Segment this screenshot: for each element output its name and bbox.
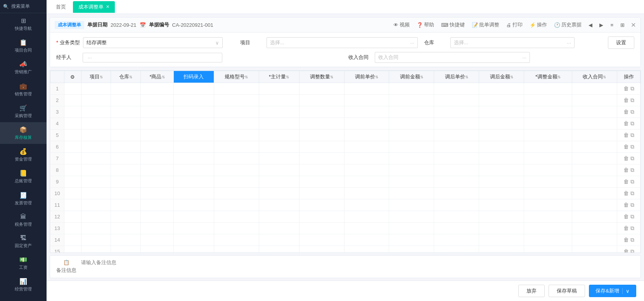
cell-adj-qty-11[interactable] (299, 199, 344, 211)
save-new-btn[interactable]: 保存&新增 ∨ (589, 285, 636, 297)
close-form-btn[interactable]: ✕ (631, 21, 636, 29)
col-gear[interactable]: ⚙ (64, 71, 81, 83)
cell-spec-type-9[interactable] (214, 176, 259, 188)
copy-icon-13[interactable]: ⧉ (630, 225, 634, 232)
cell-scan-input-9[interactable] (173, 176, 214, 188)
cell-scan-input-15[interactable] (173, 246, 214, 253)
cell-prev-amount-1[interactable] (389, 83, 434, 95)
delete-icon-6[interactable]: 🗑 (623, 144, 629, 150)
cell-prev-unit-price-12[interactable] (344, 211, 389, 223)
cell-adj-qty-10[interactable] (299, 188, 344, 199)
cell-prev-unit-price-2[interactable] (344, 95, 389, 106)
cell-gear-6[interactable] (64, 141, 81, 153)
handler-input[interactable]: ··· (83, 53, 222, 62)
cell-gear-4[interactable] (64, 118, 81, 130)
cell-gear-7[interactable] (64, 153, 81, 164)
cell-adj-amount-7[interactable] (524, 153, 572, 164)
cell-income-contract-3[interactable] (572, 106, 617, 118)
delete-icon-10[interactable]: 🗑 (623, 190, 629, 197)
cell-prev-unit-price-8[interactable] (344, 164, 389, 176)
cell-after-amount-1[interactable] (479, 83, 524, 95)
delete-icon-13[interactable]: 🗑 (623, 225, 629, 232)
cell-gear-11[interactable] (64, 199, 81, 211)
cell-warehouse-6[interactable] (111, 141, 141, 153)
business-type-input[interactable]: 结存调整 ∨ (83, 37, 223, 48)
col-actions[interactable]: 操作 (617, 71, 641, 83)
cell-income-contract-8[interactable] (572, 164, 617, 176)
tab-1[interactable]: 成本调整单✕ (73, 1, 115, 13)
cell-product-12[interactable] (141, 211, 173, 223)
sidebar-item-fund-mgmt[interactable]: 💰资金管理 (0, 144, 47, 166)
cell-adj-qty-4[interactable] (299, 118, 344, 130)
cell-adj-qty-5[interactable] (299, 130, 344, 141)
sidebar-item-payroll[interactable]: 💵工资 (0, 252, 47, 274)
col-scan-input[interactable]: 扫码录入 (173, 71, 214, 83)
cell-prev-unit-price-6[interactable] (344, 141, 389, 153)
cell-unit-15[interactable] (259, 246, 299, 253)
cell-spec-type-15[interactable] (214, 246, 259, 253)
cell-unit-3[interactable] (259, 106, 299, 118)
notes-input[interactable] (81, 259, 634, 265)
cell-project-2[interactable] (81, 95, 111, 106)
cell-spec-type-3[interactable] (214, 106, 259, 118)
delete-icon-8[interactable]: 🗑 (623, 167, 629, 173)
cell-adj-qty-14[interactable] (299, 234, 344, 246)
cell-spec-type-14[interactable] (214, 234, 259, 246)
sidebar-item-ops-mgmt[interactable]: 📊经营管理 (0, 274, 47, 296)
cell-after-unit-price-1[interactable] (434, 83, 479, 95)
cell-adj-qty-13[interactable] (299, 223, 344, 234)
cell-prev-amount-4[interactable] (389, 118, 434, 130)
sort-icon-spec-type[interactable]: ⇅ (245, 75, 248, 79)
cell-after-unit-price-14[interactable] (434, 234, 479, 246)
cell-product-2[interactable] (141, 95, 173, 106)
cell-adj-amount-12[interactable] (524, 211, 572, 223)
cell-after-unit-price-11[interactable] (434, 199, 479, 211)
cell-income-contract-14[interactable] (572, 234, 617, 246)
cell-scan-input-8[interactable] (173, 164, 214, 176)
cell-unit-4[interactable] (259, 118, 299, 130)
delete-icon-14[interactable]: 🗑 (623, 237, 629, 243)
cell-scan-input-7[interactable] (173, 153, 214, 164)
cell-product-9[interactable] (141, 176, 173, 188)
cell-product-4[interactable] (141, 118, 173, 130)
cell-prev-amount-14[interactable] (389, 234, 434, 246)
cell-project-4[interactable] (81, 118, 111, 130)
sort-icon-prev-unit-price[interactable]: ⇅ (375, 75, 378, 79)
cell-adj-amount-8[interactable] (524, 164, 572, 176)
cell-unit-9[interactable] (259, 176, 299, 188)
cell-after-amount-8[interactable] (479, 164, 524, 176)
cell-warehouse-14[interactable] (111, 234, 141, 246)
sidebar-item-fixed-assets[interactable]: 🏗固定资产 (0, 231, 47, 252)
cell-unit-1[interactable] (259, 83, 299, 95)
cell-unit-7[interactable] (259, 153, 299, 164)
cell-warehouse-2[interactable] (111, 95, 141, 106)
cell-project-15[interactable] (81, 246, 111, 253)
cell-adj-amount-15[interactable] (524, 246, 572, 253)
help-btn[interactable]: ❓帮助 (414, 21, 436, 29)
cell-adj-amount-9[interactable] (524, 176, 572, 188)
copy-icon-4[interactable]: ⧉ (630, 120, 634, 127)
cell-warehouse-13[interactable] (111, 223, 141, 234)
cell-income-contract-12[interactable] (572, 211, 617, 223)
sort-icon-adj-amount[interactable]: ⇅ (557, 75, 561, 79)
shortcuts-btn[interactable]: ⌨快捷键 (439, 21, 467, 29)
batch-edit-btn[interactable]: 📝批单调整 (469, 21, 502, 29)
cell-scan-input-2[interactable] (173, 95, 214, 106)
cell-adj-qty-7[interactable] (299, 153, 344, 164)
cell-after-unit-price-3[interactable] (434, 106, 479, 118)
cell-project-9[interactable] (81, 176, 111, 188)
copy-icon-7[interactable]: ⧉ (630, 155, 634, 162)
cell-warehouse-1[interactable] (111, 83, 141, 95)
cell-warehouse-11[interactable] (111, 199, 141, 211)
cell-adj-qty-3[interactable] (299, 106, 344, 118)
cell-product-14[interactable] (141, 234, 173, 246)
cell-prev-unit-price-15[interactable] (344, 246, 389, 253)
cell-adj-amount-2[interactable] (524, 95, 572, 106)
copy-icon-1[interactable]: ⧉ (630, 85, 634, 92)
cell-after-amount-9[interactable] (479, 176, 524, 188)
cell-prev-amount-15[interactable] (389, 246, 434, 253)
cell-product-10[interactable] (141, 188, 173, 199)
cell-after-amount-13[interactable] (479, 223, 524, 234)
cell-adj-amount-6[interactable] (524, 141, 572, 153)
cell-spec-type-12[interactable] (214, 211, 259, 223)
